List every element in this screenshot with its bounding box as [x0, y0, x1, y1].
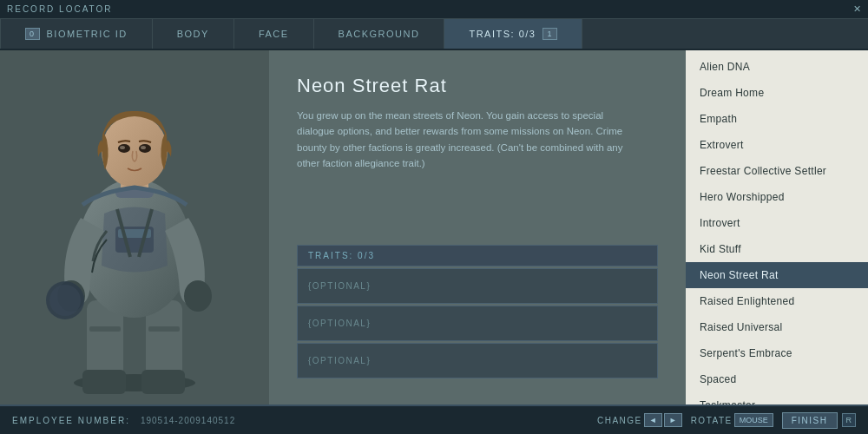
bottom-bar: EMPLOYEE NUMBER: 190514-2009140512 CHANG…	[0, 404, 868, 434]
list-item-extrovert[interactable]: Extrovert	[686, 132, 868, 158]
traits-list: Alien DNA Dream Home Empath Extrovert Fr…	[686, 50, 868, 404]
svg-point-11	[184, 280, 212, 312]
bottom-controls: CHANGE ◄ ► ROTATE MOUSE FINISH R	[597, 412, 856, 429]
tab-face[interactable]: FACE	[234, 19, 314, 49]
employee-number: 190514-2009140512	[141, 416, 235, 425]
svg-rect-6	[141, 370, 185, 394]
tab-body[interactable]: BODY	[153, 19, 234, 49]
trait-slot-2[interactable]: {OPTIONAL}	[297, 306, 658, 341]
character-portrait	[13, 57, 256, 396]
change-group: CHANGE ◄ ►	[597, 413, 682, 427]
traits-panel-header: TRAITS: 0/3	[297, 245, 658, 266]
finish-button[interactable]: FINISH	[782, 412, 838, 429]
list-item-introvert[interactable]: Introvert	[686, 210, 868, 236]
list-item-empath[interactable]: Empath	[686, 106, 868, 132]
tab-background[interactable]: BACKGROUND	[314, 19, 445, 49]
trait-description: You grew up on the mean streets of Neon.…	[297, 108, 627, 172]
svg-rect-4	[148, 326, 180, 332]
close-icon[interactable]: ✕	[853, 3, 861, 15]
record-locator-title: RECORD LOCATOR	[7, 4, 113, 14]
finish-group: FINISH R	[782, 412, 856, 429]
tab-label-traits: TRAITS: 0/3	[469, 29, 536, 39]
change-label: CHANGE	[597, 416, 642, 425]
rotate-group: ROTATE MOUSE	[691, 413, 773, 427]
list-item-raised-universal[interactable]: Raised Universal	[686, 314, 868, 340]
list-item-neon-street-rat[interactable]: Neon Street Rat	[686, 262, 868, 288]
finish-key: R	[842, 413, 857, 427]
center-content: Neon Street Rat You grew up on the mean …	[269, 50, 686, 404]
list-item-dream-home[interactable]: Dream Home	[686, 80, 868, 106]
tab-traits[interactable]: TRAITS: 0/3 1	[444, 19, 582, 49]
right-arrow-key[interactable]: ►	[664, 413, 682, 427]
trait-slot-3[interactable]: {OPTIONAL}	[297, 343, 658, 378]
list-item-serpents-embrace[interactable]: Serpent's Embrace	[686, 340, 868, 366]
left-arrow-key[interactable]: ◄	[644, 413, 662, 427]
tab-label-background: BACKGROUND	[339, 29, 420, 39]
trait-name: Neon Street Rat	[297, 75, 658, 97]
tab-label-body: BODY	[177, 29, 209, 39]
tab-label-biometric: BIOMETRIC ID	[47, 29, 128, 39]
svg-point-13	[49, 285, 81, 316]
svg-point-19	[120, 146, 125, 149]
svg-rect-3	[89, 326, 121, 332]
rotate-label: ROTATE	[691, 416, 733, 425]
character-area	[0, 50, 269, 404]
list-item-alien-dna[interactable]: Alien DNA	[686, 54, 868, 80]
svg-point-20	[141, 146, 146, 149]
list-item-kid-stuff[interactable]: Kid Stuff	[686, 236, 868, 262]
traits-panel: TRAITS: 0/3 {OPTIONAL} {OPTIONAL} {OPTIO…	[297, 245, 658, 380]
tab-biometric[interactable]: 0 BIOMETRIC ID	[0, 19, 153, 49]
list-item-raised-enlightened[interactable]: Raised Enlightened	[686, 288, 868, 314]
nav-tabs: 0 BIOMETRIC ID BODY FACE BACKGROUND TRAI…	[0, 19, 868, 50]
svg-rect-5	[82, 370, 126, 394]
employee-label: EMPLOYEE NUMBER:	[12, 416, 130, 425]
list-item-taskmaster[interactable]: Taskmaster	[686, 392, 868, 404]
list-item-freestar[interactable]: Freestar Collective Settler	[686, 158, 868, 184]
main-content: Neon Street Rat You grew up on the mean …	[0, 50, 868, 404]
list-item-hero-worshipped[interactable]: Hero Worshipped	[686, 184, 868, 210]
top-bar: RECORD LOCATOR ✕	[0, 0, 868, 19]
tab-key-traits-right: 1	[542, 28, 557, 40]
mouse-label-key: MOUSE	[734, 413, 773, 427]
tab-label-face: FACE	[259, 29, 289, 39]
svg-point-16	[102, 115, 168, 187]
tab-key-biometric: 0	[25, 28, 40, 40]
trait-slot-1[interactable]: {OPTIONAL}	[297, 268, 658, 304]
list-item-spaced[interactable]: Spaced	[686, 366, 868, 392]
